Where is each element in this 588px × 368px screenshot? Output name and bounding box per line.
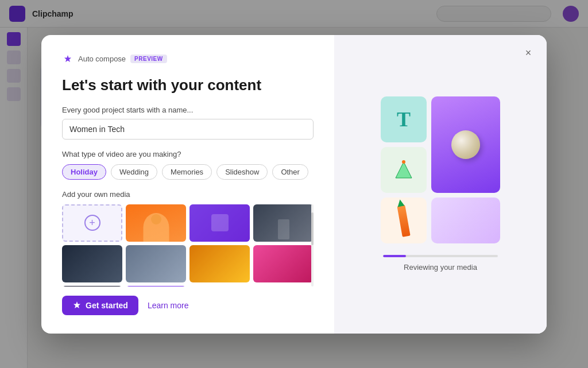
- add-media-icon: +: [84, 215, 100, 231]
- media-grid-wrapper: +: [62, 204, 314, 286]
- media-thumb-4: [62, 245, 122, 282]
- scroll-thumb: [311, 212, 314, 245]
- preview-badge: PREVIEW: [130, 55, 167, 63]
- media-thumb-2: [189, 204, 250, 242]
- get-started-button[interactable]: Get started: [62, 296, 138, 315]
- media-thumb-3: [253, 204, 314, 242]
- media-thumb-9: HOW DOES THE FUTURE SOUND?: [126, 286, 186, 286]
- learn-more-link[interactable]: Learn more: [148, 301, 189, 310]
- media-thumb-6: [189, 245, 250, 282]
- chip-memories[interactable]: Memories: [162, 164, 212, 180]
- chip-wedding[interactable]: Wedding: [111, 164, 157, 180]
- preview-cell-light-purple: [431, 197, 500, 243]
- modal-title: Let's start with your content: [62, 76, 314, 94]
- t-letter-icon: T: [397, 107, 411, 131]
- media-label: Add your own media: [62, 190, 314, 199]
- chip-other[interactable]: Other: [272, 164, 308, 180]
- auto-compose-label: Auto compose: [78, 55, 126, 63]
- add-media-button[interactable]: +: [62, 204, 122, 242]
- modal-left-panel: Auto compose PREVIEW Let's start with yo…: [41, 35, 334, 334]
- scroll-bar: [311, 204, 314, 286]
- project-name-input[interactable]: [62, 119, 314, 140]
- chip-holiday[interactable]: Holiday: [62, 164, 106, 180]
- media-thumb-5: [126, 245, 186, 282]
- preview-cell-carrot: [381, 197, 427, 243]
- media-thumb-1: [126, 204, 186, 242]
- video-type-chips: Holiday Wedding Memories Slideshow Other: [62, 164, 314, 180]
- reviewing-text: Reviewing your media: [404, 263, 477, 272]
- close-icon: ×: [525, 47, 532, 59]
- video-type-label: What type of video are you making?: [62, 150, 314, 158]
- svg-marker-0: [396, 162, 412, 178]
- modal-footer: Get started Learn more: [62, 286, 314, 315]
- project-name-label: Every good project starts with a name...: [62, 106, 314, 114]
- close-button[interactable]: ×: [519, 44, 537, 63]
- auto-compose-icon: [62, 53, 74, 65]
- ball-icon: [451, 130, 480, 159]
- preview-cell-purple: [431, 96, 500, 193]
- media-thumb-8: WE ARE FOR TECH: [62, 286, 122, 286]
- chip-slideshow[interactable]: Slideshow: [216, 164, 268, 180]
- sparkle-icon: [72, 301, 82, 310]
- modal-right-panel: × T: [334, 35, 547, 334]
- preview-grid: T: [381, 96, 500, 243]
- modal-header-row: Auto compose PREVIEW: [62, 53, 314, 65]
- triangle-icon: [392, 158, 415, 181]
- preview-cell-t: T: [381, 96, 427, 142]
- media-grid: +: [62, 204, 314, 286]
- preview-cell-triangle: [381, 147, 427, 193]
- auto-compose-modal: Auto compose PREVIEW Let's start with yo…: [41, 35, 547, 334]
- progress-bar-fill: [383, 255, 406, 257]
- media-thumb-7: [253, 245, 314, 282]
- svg-point-2: [402, 160, 405, 164]
- progress-bar-container: [383, 255, 498, 257]
